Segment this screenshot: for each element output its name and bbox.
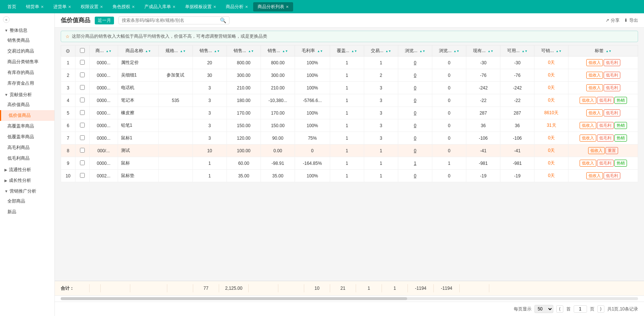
nav-permission-settings[interactable]: 权限设置 ✕ (76, 2, 107, 11)
th-checkbox[interactable] (75, 45, 89, 57)
th-coverage[interactable]: 覆盖... ▲▼ (330, 45, 364, 57)
sidebar-group-contribution[interactable]: ▼ 贡献值分析 (0, 89, 54, 99)
row-select-checkbox[interactable] (80, 72, 85, 77)
row-select-checkbox[interactable] (80, 98, 85, 102)
sidebar-item-sales-goods[interactable]: 销售类商品 (0, 35, 54, 46)
th-sales3[interactable]: 销售... ▲▼ (261, 45, 295, 57)
nav-template-settings[interactable]: 单据模板设置 ✕ (181, 2, 221, 11)
browse1-value[interactable]: 0 (414, 73, 416, 78)
th-sales1[interactable]: 销售... ▲▼ (192, 45, 227, 57)
nav-close-role-auth[interactable]: ✕ (132, 5, 135, 9)
nav-close-permission-settings[interactable]: ✕ (100, 5, 103, 9)
nav-product-analysis[interactable]: 商品分析 ✕ (221, 2, 252, 11)
sidebar-item-high-margin[interactable]: 高毛利商品 (0, 142, 54, 153)
row-checkbox[interactable] (75, 57, 89, 69)
row-browse1[interactable]: 0 (398, 145, 432, 157)
row-checkbox[interactable] (75, 170, 89, 182)
browse1-value[interactable]: 0 (414, 60, 416, 65)
th-tags[interactable]: 标签 ▲▼ (568, 45, 638, 57)
gear-icon[interactable]: ⚙ (66, 48, 70, 54)
sidebar-group-overall[interactable]: ▼ 整体信息 (0, 24, 54, 35)
row-select-checkbox[interactable] (80, 135, 85, 140)
nav-close-sales-order[interactable]: ✕ (41, 5, 44, 9)
browse1-value[interactable]: 0 (414, 123, 416, 128)
th-sales2[interactable]: 销售... ▲▼ (227, 45, 261, 57)
nav-close-product-analysis[interactable]: ✕ (245, 5, 248, 9)
th-name[interactable]: 商品名称 ▲▼ (118, 45, 158, 57)
page-number-input[interactable] (574, 305, 587, 313)
th-margin[interactable]: 毛利率 ▲▼ (295, 45, 330, 57)
select-all-checkbox[interactable] (80, 48, 85, 53)
sidebar-item-new-goods[interactable]: 新品 (0, 207, 54, 217)
row-select-checkbox[interactable] (80, 123, 85, 128)
browse1-value[interactable]: 0 (414, 111, 416, 116)
row-checkbox[interactable] (75, 69, 89, 82)
export-button[interactable]: ⬇ 导出 (624, 17, 638, 24)
row-checkbox[interactable] (75, 119, 89, 132)
th-code[interactable]: 商... ▲▼ (89, 45, 118, 57)
sidebar-item-high-value[interactable]: 高价值商品 (0, 99, 54, 110)
row-select-checkbox[interactable] (80, 148, 85, 153)
sidebar-item-traded-goods[interactable]: 交易过的商品 (0, 46, 54, 57)
row-checkbox[interactable] (75, 94, 89, 107)
nav-purchase-order[interactable]: 进货单 ✕ (49, 2, 76, 11)
browse1-value[interactable]: 0 (414, 148, 416, 153)
nav-close-product-analysis-list[interactable]: ✕ (286, 5, 289, 9)
row-browse1[interactable]: 0 (398, 119, 432, 132)
th-current-stock[interactable]: 现有... ▲▼ (466, 45, 500, 57)
search-icon[interactable]: 🔍 (220, 17, 226, 23)
th-gear[interactable]: ⚙ (61, 45, 76, 57)
th-available-stock[interactable]: 可用... ▲▼ (500, 45, 534, 57)
sidebar-group-growth[interactable]: ▶ 成长性分析 (0, 174, 54, 185)
browse1-value[interactable]: 0 (414, 136, 416, 141)
nav-product-analysis-list[interactable]: 商品分析列表 ✕ (253, 2, 293, 11)
row-select-checkbox[interactable] (80, 173, 85, 178)
nav-close-product-warehouse[interactable]: ✕ (172, 5, 175, 9)
th-browse2[interactable]: 浏览... ▲▼ (432, 45, 466, 57)
nav-product-warehouse[interactable]: 产成品入库单 ✕ (140, 2, 180, 11)
th-transaction[interactable]: 交易... ▲▼ (364, 45, 398, 57)
sidebar-item-inventory-capital[interactable]: 库存资金占用 (0, 78, 54, 89)
row-checkbox[interactable] (75, 145, 89, 157)
nav-close-template-settings[interactable]: ✕ (213, 5, 216, 9)
browse1-value[interactable]: 0 (414, 98, 416, 103)
share-button[interactable]: ↗ 分享 (606, 17, 620, 24)
next-page-button[interactable]: ⟩ (597, 305, 604, 313)
browse1-value[interactable]: 1 (414, 161, 416, 166)
row-browse1[interactable]: 1 (398, 157, 432, 170)
row-browse1[interactable]: 0 (398, 170, 432, 182)
row-browse1[interactable]: 0 (398, 82, 432, 94)
row-select-checkbox[interactable] (80, 85, 85, 90)
nav-sales-order[interactable]: 销货单 ✕ (21, 2, 48, 11)
first-page-button[interactable]: ⟨ (556, 305, 563, 313)
table-container[interactable]: ⚙ 商... ▲▼ 商品名称 ▲▼ 规格... ▲▼ 销售... ▲▼ 销售..… (55, 45, 644, 281)
nav-role-auth[interactable]: 角色授权 ✕ (108, 2, 139, 11)
th-browse1[interactable]: 浏览... ▲▼ (398, 45, 432, 57)
sidebar-item-low-coverage[interactable]: 低覆盖率商品 (0, 132, 54, 142)
row-browse1[interactable]: 0 (398, 69, 432, 82)
sidebar-group-marketing[interactable]: ▼ 营销推广分析 (0, 185, 54, 196)
row-select-checkbox[interactable] (80, 110, 85, 115)
time-filter-badge[interactable]: 近一月 (95, 17, 114, 24)
row-checkbox[interactable] (75, 157, 89, 170)
th-sellable-stock[interactable]: 可销... ▲▼ (534, 45, 568, 57)
nav-close-purchase-order[interactable]: ✕ (68, 5, 71, 9)
sidebar-item-category-sales-rate[interactable]: 商品分类销售率 (0, 57, 54, 67)
sidebar-item-low-value[interactable]: 低价值商品 (0, 110, 54, 121)
sidebar-item-low-margin[interactable]: 低毛利商品 (0, 153, 54, 164)
browse1-value[interactable]: 0 (414, 85, 416, 91)
browse1-value[interactable]: 0 (414, 173, 416, 179)
row-browse1[interactable]: 0 (398, 107, 432, 119)
nav-home[interactable]: 首页 (3, 2, 21, 11)
row-checkbox[interactable] (75, 82, 89, 94)
sidebar-collapse-button[interactable]: « (3, 16, 10, 23)
search-input[interactable] (122, 18, 218, 23)
th-spec[interactable]: 规格... ▲▼ (158, 45, 192, 57)
row-browse1[interactable]: 0 (398, 132, 432, 145)
sidebar-item-inventory-goods[interactable]: 有库存的商品 (0, 67, 54, 78)
sidebar-group-liquidity[interactable]: ▶ 流通性分析 (0, 164, 54, 174)
row-checkbox[interactable] (75, 132, 89, 145)
per-page-select[interactable]: 50 20 100 (534, 305, 553, 313)
sidebar-item-high-coverage[interactable]: 高覆盖率商品 (0, 121, 54, 132)
row-select-checkbox[interactable] (80, 160, 85, 165)
